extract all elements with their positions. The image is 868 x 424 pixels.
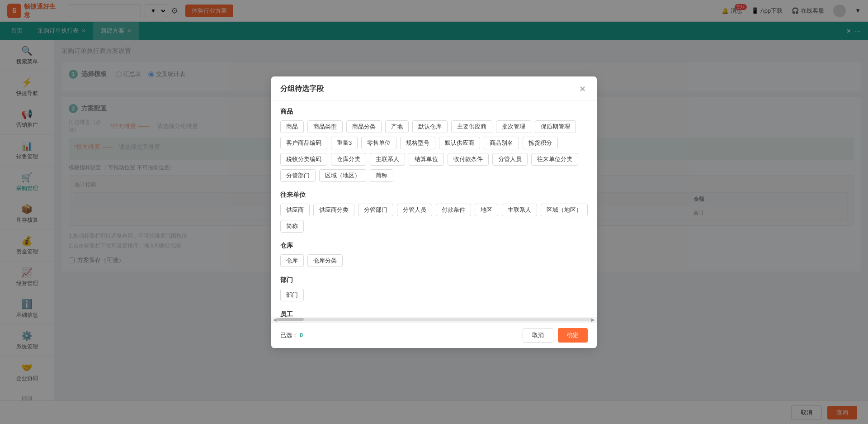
field-supplier-category[interactable]: 供应商分类 bbox=[313, 204, 354, 216]
dept-field-list: 部门 bbox=[280, 289, 588, 301]
scroll-left-arrow[interactable]: ◀ bbox=[273, 317, 277, 322]
field-tax-code[interactable]: 税收分类编码 bbox=[280, 153, 327, 166]
modal-cancel-button[interactable]: 取消 bbox=[523, 328, 553, 343]
field-region-product[interactable]: 区域（地区） bbox=[319, 169, 366, 182]
field-group-warehouse: 仓库 仓库 仓库分类 bbox=[280, 242, 588, 267]
field-shelf-life[interactable]: 保质期管理 bbox=[535, 120, 576, 133]
selected-label: 已选： bbox=[280, 332, 298, 338]
field-supervisor[interactable]: 分管人员 bbox=[492, 153, 528, 166]
group-employee-title: 员工 bbox=[280, 310, 588, 317]
modal-footer: 已选： 0 取消 确定 bbox=[271, 322, 597, 348]
scroll-track bbox=[277, 318, 591, 321]
field-payment-terms[interactable]: 付款条件 bbox=[436, 204, 471, 216]
modal-close-button[interactable]: ✕ bbox=[577, 84, 588, 95]
field-supplier[interactable]: 供应商 bbox=[280, 204, 310, 216]
scroll-thumb[interactable] bbox=[277, 318, 304, 321]
field-party-person[interactable]: 分管人员 bbox=[397, 204, 432, 216]
field-product-type[interactable]: 商品类型 bbox=[307, 120, 343, 133]
product-field-list: 商品 商品类型 商品分类 产地 默认仓库 主要供应商 批次管理 保质期管理 客户… bbox=[280, 120, 588, 182]
field-batch-management[interactable]: 批次管理 bbox=[496, 120, 531, 133]
modal-header: 分组待选字段 ✕ bbox=[271, 76, 597, 100]
group-party-title: 往来单位 bbox=[280, 191, 588, 199]
field-warehouse[interactable]: 仓库 bbox=[280, 254, 304, 267]
field-default-warehouse[interactable]: 默认仓库 bbox=[412, 120, 448, 133]
modal-footer-buttons: 取消 确定 bbox=[523, 328, 588, 343]
field-area[interactable]: 地区 bbox=[475, 204, 498, 216]
field-short-name-product[interactable]: 简称 bbox=[370, 169, 393, 182]
field-selection-modal: 分组待选字段 ✕ 商品 商品 商品类型 商品分类 产地 默认仓库 主要供应商 批… bbox=[271, 76, 597, 348]
field-spec-model[interactable]: 规格型号 bbox=[400, 137, 435, 149]
party-field-list: 供应商 供应商分类 分管部门 分管人员 付款条件 地区 主联系人 区域（地区） … bbox=[280, 204, 588, 233]
modal-body: 商品 商品 商品类型 商品分类 产地 默认仓库 主要供应商 批次管理 保质期管理… bbox=[271, 100, 597, 317]
field-origin[interactable]: 产地 bbox=[385, 120, 409, 133]
modal-horizontal-scrollbar[interactable]: ◀ ▶ bbox=[271, 317, 597, 322]
field-group-employee: 员工 业务员 bbox=[280, 310, 588, 317]
field-warehouse-category[interactable]: 仓库分类 bbox=[331, 153, 366, 166]
scroll-right-arrow[interactable]: ▶ bbox=[591, 317, 595, 322]
field-weight3[interactable]: 重量3 bbox=[331, 137, 358, 149]
field-product-alias[interactable]: 商品别名 bbox=[484, 137, 519, 149]
field-party-dept[interactable]: 分管部门 bbox=[358, 204, 393, 216]
field-customer-product-code[interactable]: 客户商品编码 bbox=[280, 137, 327, 149]
field-dept-managed[interactable]: 分管部门 bbox=[280, 169, 316, 182]
modal-confirm-button[interactable]: 确定 bbox=[558, 328, 588, 343]
group-warehouse-title: 仓库 bbox=[280, 242, 588, 250]
group-product-title: 商品 bbox=[280, 108, 588, 116]
modal-title: 分组待选字段 bbox=[280, 84, 324, 94]
field-region-party[interactable]: 区域（地区） bbox=[541, 204, 588, 216]
field-dept[interactable]: 部门 bbox=[280, 289, 304, 301]
field-product-category[interactable]: 商品分类 bbox=[346, 120, 382, 133]
field-group-dept: 部门 部门 bbox=[280, 276, 588, 301]
field-product[interactable]: 商品 bbox=[280, 120, 304, 133]
group-dept-title: 部门 bbox=[280, 276, 588, 284]
field-payment-conditions[interactable]: 收付款条件 bbox=[448, 153, 489, 166]
field-main-contact[interactable]: 主联系人 bbox=[370, 153, 405, 166]
field-party-category[interactable]: 往来单位分类 bbox=[531, 153, 578, 166]
field-default-supplier[interactable]: 默认供应商 bbox=[439, 137, 480, 149]
field-warehouse-type[interactable]: 仓库分类 bbox=[307, 254, 343, 267]
modal-overlay: 分组待选字段 ✕ 商品 商品 商品类型 商品分类 产地 默认仓库 主要供应商 批… bbox=[0, 0, 868, 424]
field-settlement-unit[interactable]: 结算单位 bbox=[409, 153, 444, 166]
selected-count: 0 bbox=[300, 332, 303, 338]
field-group-party: 往来单位 供应商 供应商分类 分管部门 分管人员 付款条件 地区 主联系人 区域… bbox=[280, 191, 588, 233]
field-retail-unit[interactable]: 零售单位 bbox=[361, 137, 396, 149]
field-group-product: 商品 商品 商品类型 商品分类 产地 默认仓库 主要供应商 批次管理 保质期管理… bbox=[280, 108, 588, 182]
selected-count-area: 已选： 0 bbox=[280, 331, 303, 339]
field-main-supplier[interactable]: 主要供应商 bbox=[451, 120, 492, 133]
warehouse-field-list: 仓库 仓库分类 bbox=[280, 254, 588, 267]
field-main-contact-party[interactable]: 主联系人 bbox=[502, 204, 537, 216]
field-picking-points[interactable]: 拣货积分 bbox=[523, 137, 558, 149]
field-short-name-party[interactable]: 简称 bbox=[280, 220, 304, 233]
